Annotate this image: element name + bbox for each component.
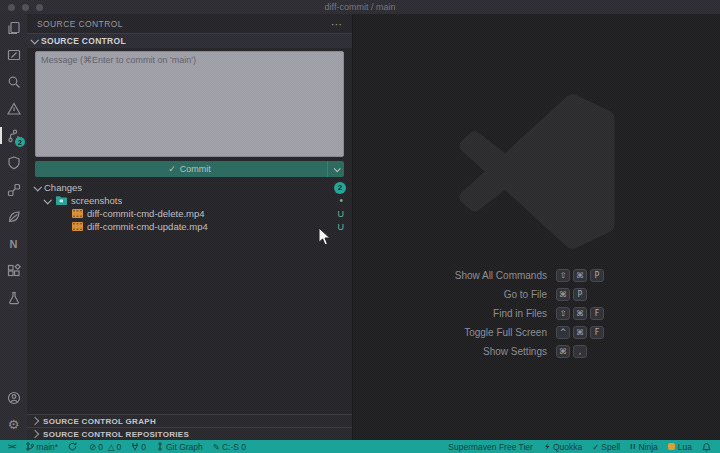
sidebar-title: SOURCE CONTROL xyxy=(37,19,331,29)
lua-status[interactable]: Lua xyxy=(668,442,692,452)
chevron-right-icon xyxy=(31,417,39,425)
supermaven-status[interactable]: Supermaven Free Tier xyxy=(448,442,533,452)
section-source-control-graph[interactable]: SOURCE CONTROL GRAPH xyxy=(27,414,352,427)
problems-counter[interactable]: ⊘ 0 △ 0 xyxy=(89,442,121,452)
git-graph-button[interactable]: Git Graph xyxy=(156,442,203,452)
more-actions-icon[interactable]: ⋯ xyxy=(331,20,342,28)
shield-icon[interactable] xyxy=(0,149,27,176)
key-comma: , xyxy=(573,345,587,358)
search-icon[interactable] xyxy=(0,68,27,95)
key-ctrl: ^ xyxy=(556,326,570,339)
shortcut-row: Find in Files ⇧⌘F xyxy=(353,304,720,323)
key-cmd: ⌘ xyxy=(573,307,587,320)
shortcut-row: Show All Commands ⇧⌘P xyxy=(353,266,720,285)
quokka-status[interactable]: Quokka xyxy=(543,442,582,452)
mouse-cursor xyxy=(318,227,331,246)
file-row[interactable]: diff-commit-cmd-update.mp4 U xyxy=(27,220,352,233)
window-title: diff-commit / main xyxy=(0,2,720,12)
key-shift: ⇧ xyxy=(556,269,570,282)
testing-flask-icon[interactable] xyxy=(0,284,27,311)
remote-indicator[interactable]: >< xyxy=(8,442,15,451)
scm-section-header[interactable]: SOURCE CONTROL xyxy=(27,33,352,48)
video-file-icon xyxy=(72,222,83,231)
status-bar: >< main* ⊘ 0 △ 0 0 Git Graph ✎ C:-S 0 xyxy=(0,440,720,453)
commit-button[interactable]: ✓ Commit xyxy=(35,161,344,177)
chevron-right-icon xyxy=(31,430,39,438)
quokka-icon xyxy=(543,442,551,451)
source-control-sidebar: SOURCE CONTROL ⋯ SOURCE CONTROL ✓ Commit… xyxy=(27,14,353,440)
commit-message-input[interactable] xyxy=(35,51,344,157)
folder-change-dot: • xyxy=(339,195,343,206)
sidebar-pane-header: SOURCE CONTROL ⋯ xyxy=(27,14,352,33)
check-icon: ✓ xyxy=(168,164,176,174)
chevron-down-icon xyxy=(30,36,38,44)
sync-button[interactable] xyxy=(68,442,79,451)
explorer-icon[interactable] xyxy=(0,14,27,41)
ninja-status[interactable]: II Ninja xyxy=(630,442,658,452)
changes-count-badge: 2 xyxy=(334,182,346,194)
problems-icon[interactable] xyxy=(0,95,27,122)
key-cmd: ⌘ xyxy=(573,326,587,339)
git-status-untracked: U xyxy=(338,222,345,232)
editor-area: Show All Commands ⇧⌘P Go to File ⌘P Find… xyxy=(353,14,720,440)
video-file-icon xyxy=(72,209,83,218)
editor-playground-icon[interactable] xyxy=(0,41,27,68)
error-icon: ⊘ xyxy=(89,442,96,452)
lua-icon xyxy=(668,443,675,450)
chevron-down-icon xyxy=(333,165,340,172)
changes-tree: Changes 2 screenshots • xyxy=(27,181,352,233)
key-cmd: ⌘ xyxy=(573,269,587,282)
vscode-window: diff-commit / main 2 N xyxy=(0,0,720,453)
leaf-icon[interactable] xyxy=(0,203,27,230)
scm-badge: 2 xyxy=(15,137,25,147)
shortcut-row: Go to File ⌘P xyxy=(353,285,720,304)
activity-bar: 2 N ⚙ xyxy=(0,14,27,440)
check-icon: ✓ xyxy=(592,442,599,452)
plug-icon xyxy=(131,442,139,451)
key-letter: P xyxy=(590,269,604,282)
key-letter: F xyxy=(590,326,604,339)
folder-icon xyxy=(56,196,67,205)
ports-counter[interactable]: 0 xyxy=(131,442,146,452)
key-shift: ⇧ xyxy=(556,307,570,320)
notifications-button[interactable] xyxy=(702,442,713,452)
source-control-icon[interactable]: 2 xyxy=(0,122,27,149)
commit-dropdown-button[interactable] xyxy=(327,161,344,177)
file-row[interactable]: diff-commit-cmd-delete.mp4 U xyxy=(27,207,352,220)
pencil-icon: ✎ xyxy=(213,442,220,452)
warning-icon: △ xyxy=(108,442,115,452)
settings-gear-icon[interactable]: ⚙ xyxy=(0,411,27,438)
sync-icon xyxy=(68,442,77,451)
folder-row-screenshots[interactable]: screenshots • xyxy=(27,194,352,207)
keyboard-shortcut-hints: Show All Commands ⇧⌘P Go to File ⌘P Find… xyxy=(353,266,720,361)
key-letter: F xyxy=(590,307,604,320)
git-status-untracked: U xyxy=(338,209,345,219)
spell-status[interactable]: ✓ Spell xyxy=(592,442,620,452)
section-source-control-repositories[interactable]: SOURCE CONTROL REPOSITORIES xyxy=(27,427,352,440)
changes-row[interactable]: Changes 2 xyxy=(27,181,352,194)
vscode-logo-watermark xyxy=(458,94,616,249)
pause-icon: II xyxy=(630,442,636,451)
branch-indicator[interactable]: main* xyxy=(26,442,58,452)
git-branch-icon xyxy=(26,442,34,451)
title-bar: diff-commit / main xyxy=(0,0,720,14)
extensions-icon[interactable] xyxy=(0,257,27,284)
chevron-down-icon xyxy=(33,183,41,191)
shortcut-row: Toggle Full Screen ^⌘F xyxy=(353,323,720,342)
ninja-icon[interactable]: N xyxy=(0,230,27,257)
key-cmd: ⌘ xyxy=(556,345,570,358)
key-cmd: ⌘ xyxy=(556,288,570,301)
account-icon[interactable] xyxy=(0,384,27,411)
spell-counter[interactable]: ✎ C:-S 0 xyxy=(213,442,246,452)
chevron-down-icon xyxy=(43,196,51,204)
shortcut-row: Show Settings ⌘, xyxy=(353,342,720,361)
remote-explorer-icon[interactable] xyxy=(0,176,27,203)
git-graph-icon xyxy=(156,442,164,451)
key-letter: P xyxy=(573,288,587,301)
bell-icon xyxy=(702,442,711,452)
